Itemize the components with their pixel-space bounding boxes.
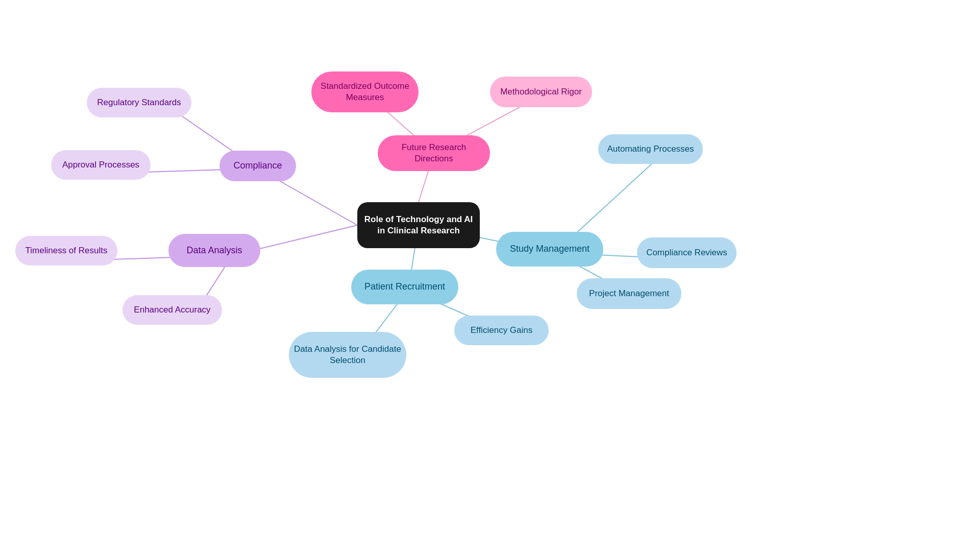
- timeliness-of-results-label: Timeliness of Results: [21, 243, 112, 258]
- project-management-node[interactable]: Project Management: [577, 278, 681, 309]
- methodological-rigor-label: Methodological Rigor: [496, 84, 586, 100]
- enhanced-accuracy-node[interactable]: Enhanced Accuracy: [122, 295, 222, 325]
- data-analysis-candidate-label: Data Analysis for Candidate Selection: [289, 342, 406, 368]
- timeliness-of-results-node[interactable]: Timeliness of Results: [15, 236, 117, 266]
- compliance-label: Compliance: [229, 158, 286, 174]
- study-management-label: Study Management: [506, 241, 594, 257]
- project-management-label: Project Management: [585, 286, 673, 301]
- efficiency-gains-label: Efficiency Gains: [467, 323, 537, 338]
- data-analysis-candidate-node[interactable]: Data Analysis for Candidate Selection: [289, 332, 406, 378]
- study-management-node[interactable]: Study Management: [496, 232, 603, 267]
- future-research-directions-label: Future Research Directions: [378, 140, 490, 166]
- compliance-reviews-label: Compliance Reviews: [642, 245, 731, 260]
- center-node[interactable]: Role of Technology and AI in Clinical Re…: [357, 202, 480, 248]
- center-node-label: Role of Technology and AI in Clinical Re…: [357, 212, 480, 238]
- efficiency-gains-node[interactable]: Efficiency Gains: [454, 316, 549, 345]
- regulatory-standards-label: Regulatory Standards: [93, 95, 185, 110]
- patient-recruitment-node[interactable]: Patient Recruitment: [351, 270, 458, 304]
- compliance-reviews-node[interactable]: Compliance Reviews: [637, 237, 737, 268]
- standardized-outcome-measures-node[interactable]: Standardized Outcome Measures: [311, 71, 419, 112]
- automating-processes-node[interactable]: Automating Processes: [598, 134, 703, 164]
- future-research-directions-node[interactable]: Future Research Directions: [378, 135, 490, 171]
- approval-processes-node[interactable]: Approval Processes: [51, 150, 151, 180]
- enhanced-accuracy-label: Enhanced Accuracy: [130, 302, 214, 318]
- regulatory-standards-node[interactable]: Regulatory Standards: [87, 88, 191, 117]
- patient-recruitment-label: Patient Recruitment: [360, 279, 449, 295]
- standardized-outcome-measures-label: Standardized Outcome Measures: [311, 79, 419, 105]
- methodological-rigor-node[interactable]: Methodological Rigor: [490, 77, 592, 107]
- compliance-node[interactable]: Compliance: [219, 151, 296, 181]
- data-analysis-node[interactable]: Data Analysis: [168, 234, 260, 267]
- data-analysis-label: Data Analysis: [182, 243, 246, 258]
- automating-processes-label: Automating Processes: [603, 141, 698, 157]
- approval-processes-label: Approval Processes: [58, 157, 143, 173]
